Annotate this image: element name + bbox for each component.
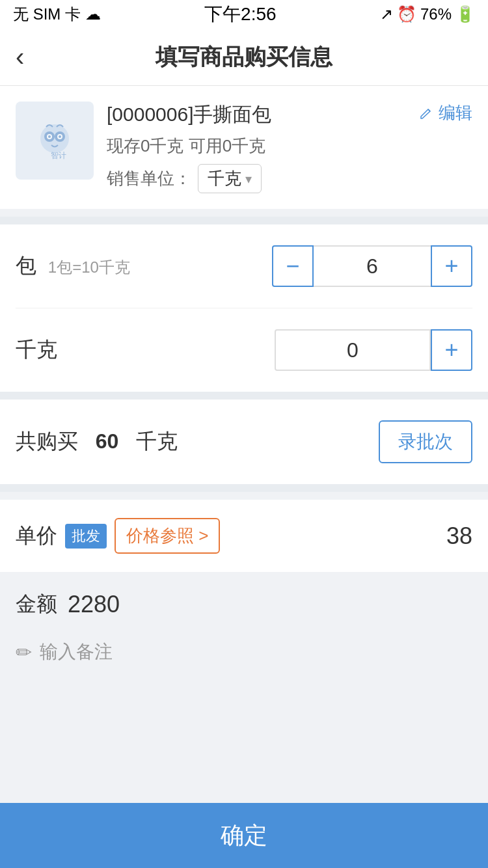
product-info: [0000006]手撕面包 编辑 现存0千克 可用0千克 销售单位： 千克 ▾ [107, 102, 472, 193]
total-text-group: 共购买 60 千克 [16, 427, 178, 456]
price-tag: 批发 [65, 524, 107, 549]
status-time: 下午2:56 [204, 2, 277, 27]
confirm-button[interactable]: 确定 [221, 820, 267, 852]
page-title: 填写商品购买信息 [156, 42, 332, 72]
product-unit-row: 销售单位： 千克 ▾ [107, 164, 472, 193]
price-row: 单价 批发 价格参照 > 38 [16, 518, 472, 554]
qianke-label: 千克 [16, 336, 57, 364]
qianke-increment-button[interactable]: + [431, 329, 472, 371]
product-thumbnail: 智计 [16, 102, 94, 180]
total-label: 共购买 60 千克 [16, 429, 178, 453]
unit-select[interactable]: 千克 ▾ [198, 164, 262, 193]
status-bar: 无 SIM 卡 ☁ 下午2:56 ↗ ⏰ 76% 🔋 [0, 0, 488, 29]
amount-label: 金额 [16, 590, 57, 619]
remark-text: 输入备注 [40, 640, 113, 664]
bao-increment-button[interactable]: + [431, 245, 472, 287]
price-label-group: 单价 批发 价格参照 > [16, 518, 220, 554]
unit-value: 千克 [208, 167, 241, 190]
location-icon: ↗ [380, 5, 393, 23]
divider-1 [0, 217, 488, 224]
edit-label: 编辑 [439, 102, 472, 124]
status-right: ↗ ⏰ 76% 🔋 [380, 5, 475, 23]
qianke-row: 千克 + [16, 308, 472, 392]
product-name: [0000006]手撕面包 [107, 102, 419, 128]
sim-label: 无 SIM 卡 ☁ [13, 4, 101, 25]
total-row: 共购买 60 千克 录批次 [16, 400, 472, 484]
confirm-bar[interactable]: 确定 [0, 803, 488, 868]
total-amount: 60 [96, 429, 119, 453]
bao-label: 包 [16, 254, 36, 277]
price-label: 单价 [16, 522, 57, 550]
bao-input[interactable] [314, 245, 431, 287]
svg-text:智计: 智计 [51, 151, 66, 159]
price-value: 38 [446, 522, 472, 550]
bao-sub: 1包=10千克 [48, 258, 130, 276]
svg-point-5 [48, 135, 51, 138]
bao-decrement-button[interactable]: − [272, 245, 314, 287]
unit-label: 销售单位： [107, 167, 191, 190]
bao-label-group: 包 1包=10千克 [16, 252, 130, 280]
quantity-section: 包 1包=10千克 − + 千克 + [0, 224, 488, 392]
svg-point-6 [59, 135, 61, 138]
total-section: 共购买 60 千克 录批次 [0, 400, 488, 484]
remark-row[interactable]: ✏ 输入备注 [16, 629, 472, 675]
bao-control: − + [272, 245, 472, 287]
edit-button[interactable]: 编辑 [419, 102, 472, 124]
divider-2 [0, 392, 488, 400]
amount-value: 2280 [68, 591, 120, 618]
remark-icon: ✏ [16, 641, 32, 664]
amount-row: 金额 2280 [16, 590, 472, 629]
alarm-icon: ⏰ [397, 5, 416, 23]
battery-icon: 🔋 [455, 5, 475, 23]
bao-row: 包 1包=10千克 − + [16, 224, 472, 308]
status-left: 无 SIM 卡 ☁ [13, 4, 101, 25]
qianke-input[interactable] [275, 329, 431, 371]
price-ref-button[interactable]: 价格参照 > [115, 518, 220, 554]
dropdown-icon: ▾ [245, 171, 252, 187]
product-thumb-icon: 智计 [32, 114, 77, 167]
divider-3 [0, 484, 488, 492]
battery-label: 76% [420, 5, 452, 23]
product-stock: 现存0千克 可用0千克 [107, 135, 472, 157]
amount-section: 金额 2280 ✏ 输入备注 [0, 572, 488, 675]
product-card: 智计 [0000006]手撕面包 编辑 现存0千克 可用0千克 销售单位： 千克… [0, 86, 488, 209]
qianke-control: + [275, 329, 472, 371]
batch-button[interactable]: 录批次 [379, 420, 472, 463]
nav-bar: ‹ 填写商品购买信息 [0, 29, 488, 86]
back-button[interactable]: ‹ [16, 42, 24, 72]
price-section: 单价 批发 价格参照 > 38 [0, 500, 488, 572]
